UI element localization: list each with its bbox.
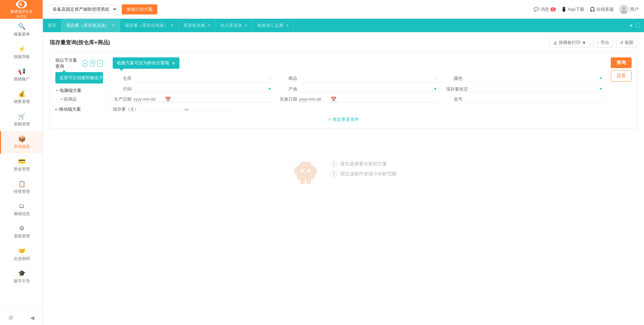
scheme-tree-pc-sub[interactable]: 按调品 [55, 95, 103, 104]
sidebar-item-basics[interactable]: 🗂 基础信息 [0, 199, 43, 221]
sidebar-item-purchase[interactable]: 🛒 采购管理 [0, 109, 43, 131]
expire-date-start-input[interactable] [299, 97, 329, 102]
color-chevron-icon: ▼ [599, 76, 603, 80]
scheme-panel: 按以下方案查询 + ✎ « 这里可以创建和修改方案哦 ✕ [55, 57, 107, 114]
field-color-label: 颜色 [444, 75, 463, 82]
tab-inventory-dist-label: 现存量（库存分布表） [125, 22, 168, 29]
svg-text:6: 6 [19, 2, 22, 7]
industry-button[interactable]: 体验行业方案 [122, 4, 157, 14]
online-support-item[interactable]: 🎧 在线客服 [590, 6, 614, 12]
quick-nav-icon: ⚡ [18, 45, 25, 53]
sidebar-label: 搜索菜单 [14, 32, 30, 37]
sidebar-item-marketing[interactable]: 📢 营销推广 [0, 64, 43, 86]
header: 装备及固定资产辅助管理系统 装备及固定资产辅助管理系统 体验行业方案 💬 消息 … [43, 0, 644, 19]
scheme-mobile-label: 移动端方案 [59, 106, 81, 112]
sidebar-label: 系统管理 [14, 233, 30, 239]
scheme-tree-pc[interactable]: ▼ 电脑端方案 [55, 86, 103, 95]
cooperation-icon: 🤝 [18, 247, 25, 255]
inv-qty-end-input[interactable] [192, 107, 232, 112]
maximize-icon[interactable]: ⛶ [636, 23, 640, 28]
tooltip1-text: 电脑方案可设为移动方案哦 [117, 60, 169, 66]
sidebar-item-guide[interactable]: 🎓 新手引导 [0, 266, 43, 288]
scheme-edit-button[interactable]: ✎ [90, 60, 96, 67]
setup-button[interactable]: 设置 [611, 70, 632, 82]
query-button[interactable]: 查询 [611, 57, 632, 68]
sidebar-item-search-menu[interactable]: 🔍 搜索菜单 [0, 19, 43, 41]
tab-inventory-dist[interactable]: 现存量（库存分布表） ✕ [120, 19, 179, 32]
sidebar-settings-icon[interactable]: ⚙ [8, 315, 13, 321]
tab-inventory-dist-close[interactable]: ✕ [170, 23, 174, 28]
sidebar-label: 新手引导 [14, 278, 30, 284]
field-goods-label: 商品 [278, 75, 297, 82]
tab-batch-ledger[interactable]: 库存批次账 ✕ [179, 19, 216, 32]
prod-date-start-input[interactable] [133, 97, 164, 102]
step2-text: 用过滤条件来缩小分析范围 [340, 171, 396, 177]
filter-row3: 生产日期 📅 失效日期 📅 [113, 96, 604, 103]
field-batch-no: 批号 [444, 96, 604, 103]
tooltip1-close[interactable]: ✕ [172, 61, 175, 66]
field-inv-status: 现存量状态 ▼ [444, 86, 604, 92]
chevron-down-icon: ▼ [582, 40, 586, 45]
tab-home[interactable]: 首页 [43, 19, 61, 32]
search-menu-icon: 🔍 [18, 23, 25, 30]
svg-rect-10 [314, 167, 316, 174]
export-button[interactable]: ↑ 导出 [593, 38, 613, 48]
tabs-bar: 首页 现存量（库存状况表） ✕ 现存量（库存分布表） ✕ 库存批次账 ✕ 出入库… [43, 19, 644, 32]
sidebar-item-finance[interactable]: 💳 资金管理 [0, 154, 43, 176]
field-color-val: ▼ [465, 75, 604, 82]
tooltip2-close[interactable]: ✕ [116, 75, 119, 80]
sidebar-collapse-icon[interactable]: ◀ [30, 315, 34, 321]
tab-batch-ledger-label: 库存批次账 [183, 22, 205, 29]
content-area: 现存量查询(按仓库+商品) 🖨 按模板打印 ▼ ↑ 导出 ↺ 刷新 [43, 32, 644, 325]
sidebar-item-system[interactable]: ⚙ 系统管理 [0, 221, 43, 243]
tab-inventory-status-close[interactable]: ✕ [112, 23, 115, 28]
close-all-tabs-icon[interactable]: ✕ [629, 23, 633, 28]
sidebar-item-inventory[interactable]: 📦 库存核算 [0, 131, 43, 154]
tooltip2-text: 这里可以创建和修改方案哦 [59, 75, 112, 81]
filter-action-buttons: 查询 设置 [611, 57, 632, 82]
tab-recv-send[interactable]: 收发存汇总表 ✕ [253, 19, 294, 32]
field-expire-date-label: 失效日期 [278, 96, 297, 102]
guide-icon: 🎓 [18, 270, 25, 277]
tab-inventory-status[interactable]: 现存量（库存状况表） ✕ [61, 19, 120, 32]
message-item[interactable]: 💬 消息 8 [534, 6, 556, 12]
field-prod-date-label: 生产日期 [113, 96, 131, 102]
refresh-button[interactable]: ↺ 刷新 [616, 38, 637, 48]
tab-inventory-status-label: 现存量（库存状况表） [66, 22, 110, 29]
message-icon: 💬 [534, 7, 539, 12]
user-item[interactable]: 用户 [619, 5, 639, 14]
inv-qty-start-input[interactable] [142, 107, 182, 112]
sidebar-label: 库存核算 [14, 144, 30, 150]
tab-inout-flow[interactable]: 出入库流水 ✕ [216, 19, 253, 32]
batch-no-input[interactable] [465, 96, 604, 103]
origin-chevron-icon: ▼ [433, 87, 437, 91]
app-download-item[interactable]: 📱 App下载 [561, 6, 584, 12]
user-label: 用户 [630, 6, 639, 12]
sidebar-label: 采购管理 [14, 121, 30, 127]
field-inv-status-label: 现存量状态 [444, 86, 468, 92]
sidebar-item-sales[interactable]: 💰 销售管理 [0, 86, 43, 109]
sidebar-item-cooperation[interactable]: 🤝 企业协同 [0, 243, 43, 266]
tab-recv-send-close[interactable]: ✕ [285, 23, 289, 28]
svg-rect-12 [307, 179, 311, 184]
step2-num: 2 [331, 171, 337, 177]
empty-step2: 2 用过滤条件来缩小分析范围 [331, 171, 396, 177]
operations-icon: 📋 [18, 180, 25, 187]
collapse-bar[interactable]: ∧ 收起更多条件 [55, 114, 632, 124]
system-select[interactable]: 装备及固定资产辅助管理系统 [48, 5, 118, 14]
scheme-back-button[interactable]: « [97, 60, 103, 67]
phone-icon: 📱 [561, 7, 567, 12]
headset-icon: 🎧 [590, 7, 595, 12]
scheme-tree-mobile[interactable]: ▶ 移动端方案 [55, 105, 103, 114]
scheme-add-button[interactable]: + [82, 60, 88, 67]
dots-icon: ··· [269, 75, 271, 81]
sidebar-item-operations[interactable]: 📋 经营管理 [0, 176, 43, 199]
size-chevron-icon: ▼ [268, 87, 272, 91]
sidebar-item-quick-nav[interactable]: ⚡ 快捷导航 [0, 41, 43, 64]
dot-icon [61, 99, 62, 100]
tab-inout-flow-close[interactable]: ✕ [244, 23, 248, 28]
tab-inout-flow-label: 出入库流水 [220, 22, 242, 29]
tab-batch-ledger-close[interactable]: ✕ [207, 23, 211, 28]
template-print-button[interactable]: 🖨 按模板打印 ▼ [549, 38, 590, 48]
empty-state: 1 请先选择要分析的方案 2 用过滤条件来缩小分析范围 [50, 129, 637, 199]
